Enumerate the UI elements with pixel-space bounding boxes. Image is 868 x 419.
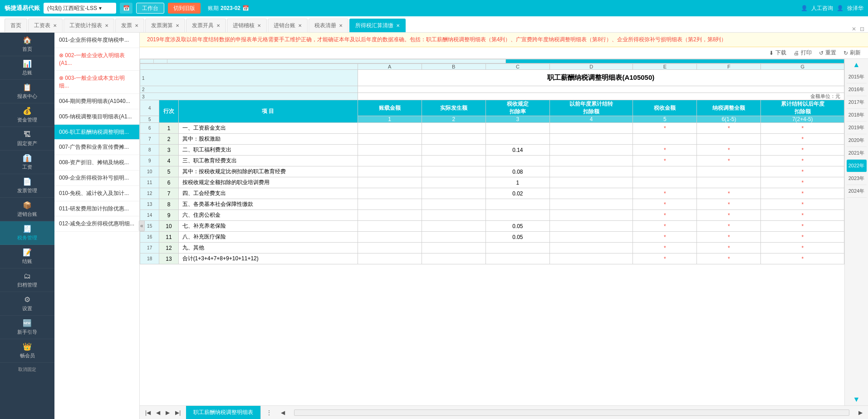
tab-tax[interactable]: 税表清册 ✕ (309, 19, 348, 32)
table-c7[interactable]: * (761, 210, 844, 221)
table-c4[interactable] (549, 253, 633, 264)
tab-expand-icon[interactable]: ⊡ (860, 26, 864, 32)
sheet-menu-icon[interactable]: ⋮ (266, 409, 272, 416)
year-item[interactable]: 2022年 (847, 160, 867, 172)
left-panel-item-010[interactable]: 010-免税、减计收入及加计... (54, 186, 139, 201)
tab-payroll-report[interactable]: 工资统计报表 ✕ (64, 19, 114, 32)
tab-verify-close[interactable]: ✕ (257, 23, 261, 28)
left-panel-item-006[interactable]: 006-职工薪酬纳税调整明细... (54, 125, 139, 140)
table-c3[interactable]: 0.08 (485, 166, 549, 177)
table-c3[interactable] (485, 199, 549, 210)
nav-last-btn[interactable]: ▶| (173, 409, 182, 417)
sidebar-item-funds[interactable]: 💰 资金管理 (0, 103, 54, 127)
table-c7[interactable]: * (761, 123, 844, 134)
unpin-button[interactable]: 取消固定 (0, 363, 54, 376)
table-c5[interactable]: * (633, 156, 697, 166)
table-c4[interactable] (549, 145, 633, 156)
left-panel-item-004[interactable]: 004-期间费用明细表(A1040... (54, 94, 139, 109)
sidebar-item-invoice-mgmt[interactable]: 📄 发票管理 (0, 174, 54, 198)
table-c2[interactable] (422, 177, 485, 188)
table-c6[interactable]: * (697, 123, 761, 134)
table-c2[interactable] (422, 243, 485, 253)
table-c7[interactable]: * (761, 177, 844, 188)
sidebar-item-general-ledger[interactable]: 📊 总账 (0, 56, 54, 80)
table-c6[interactable]: * (697, 210, 761, 221)
table-c1[interactable] (358, 199, 422, 210)
table-c1[interactable] (358, 156, 422, 166)
table-c7[interactable]: * (761, 199, 844, 210)
back-to-old-button[interactable]: 切到旧版 (168, 3, 201, 14)
left-panel-item-002[interactable]: ⊗ 002-一般企业收入明细表(A1... (54, 48, 139, 71)
table-c2[interactable] (422, 134, 485, 145)
tab-close-all-icon[interactable]: ✕ (852, 26, 856, 32)
table-c5[interactable]: * (633, 243, 697, 253)
left-panel-item-005[interactable]: 005-纳税调整项目明细表(A1... (54, 109, 139, 125)
table-c2[interactable] (422, 156, 485, 166)
table-c1[interactable] (358, 123, 422, 134)
table-c7[interactable]: * (761, 221, 844, 232)
year-scroll-down[interactable]: ▼ (847, 394, 867, 405)
table-c3[interactable]: 0.14 (485, 145, 549, 156)
table-c1[interactable] (358, 166, 422, 177)
nav-prev-btn[interactable]: ◀ (154, 409, 162, 417)
table-c2[interactable] (422, 221, 485, 232)
sidebar-item-guide[interactable]: 🆕 新手引导 (0, 316, 54, 339)
year-item[interactable]: 2024年 (847, 185, 867, 198)
tab-tax-close[interactable]: ✕ (339, 23, 343, 28)
table-c4[interactable] (549, 199, 633, 210)
table-c2[interactable] (422, 199, 485, 210)
year-item[interactable]: 2015年 (847, 71, 867, 83)
print-button[interactable]: 🖨 打印 (794, 49, 812, 57)
year-scroll-up[interactable]: ▲ (847, 59, 867, 71)
table-c2[interactable] (422, 145, 485, 156)
table-c6[interactable]: * (697, 253, 761, 264)
calendar-icon-btn[interactable]: 📅 (120, 3, 132, 14)
nav-next-btn[interactable]: ▶ (164, 409, 172, 417)
tab-payroll-report-close[interactable]: ✕ (105, 23, 108, 28)
table-c5[interactable] (633, 134, 697, 145)
table-c2[interactable] (422, 253, 485, 264)
left-panel-item-001[interactable]: 001-企业所得税年度纳税申... (54, 33, 139, 48)
table-c2[interactable] (422, 188, 485, 199)
table-c1[interactable] (358, 177, 422, 188)
year-item[interactable]: 2023年 (847, 172, 867, 185)
table-c4[interactable] (549, 243, 633, 253)
table-c7[interactable]: * (761, 156, 844, 166)
table-c1[interactable] (358, 221, 422, 232)
table-c6[interactable]: * (697, 221, 761, 232)
table-c5[interactable]: * (633, 221, 697, 232)
table-c1[interactable] (358, 243, 422, 253)
table-c7[interactable]: * (761, 232, 844, 243)
sidebar-item-archive[interactable]: 🗂 归档管理 (0, 268, 54, 292)
left-panel-item-012[interactable]: 012-减免企业所得税优惠明细... (54, 216, 139, 232)
year-item[interactable]: 2016年 (847, 83, 867, 96)
table-c2[interactable] (422, 232, 485, 243)
tab-ledger-close[interactable]: ✕ (298, 23, 302, 28)
sidebar-item-tax-mgmt[interactable]: 🧾 税务管理 (0, 221, 54, 245)
table-c3[interactable] (485, 156, 549, 166)
table-c5[interactable]: * (633, 253, 697, 264)
table-c2[interactable] (422, 166, 485, 177)
table-c5[interactable]: * (633, 123, 697, 134)
tab-verify[interactable]: 进销稽核 ✕ (227, 19, 267, 32)
table-c4[interactable] (549, 177, 633, 188)
tab-invoice[interactable]: 发票 ✕ (115, 19, 144, 32)
left-panel-item-007[interactable]: 007-广告费和业务宣传费摊... (54, 140, 139, 155)
year-item[interactable]: 2021年 (847, 147, 867, 160)
table-c1[interactable] (358, 210, 422, 221)
tab-invoice-calc[interactable]: 发票测算 ✕ (145, 19, 185, 32)
tab-invoice-close[interactable]: ✕ (135, 23, 138, 28)
table-c6[interactable] (697, 177, 761, 188)
table-c4[interactable] (549, 134, 633, 145)
table-c1[interactable] (358, 188, 422, 199)
nav-first-btn[interactable]: |◀ (143, 409, 152, 417)
table-c6[interactable]: * (697, 199, 761, 210)
table-c3[interactable]: 0.05 (485, 221, 549, 232)
table-c3[interactable]: 0.02 (485, 188, 549, 199)
calendar-icon[interactable]: 📅 (242, 5, 249, 11)
table-c4[interactable] (549, 188, 633, 199)
workspace-button[interactable]: 工作台 (136, 3, 164, 14)
tab-ledger[interactable]: 进销台账 ✕ (268, 19, 308, 32)
scroll-right-btn[interactable]: ▶ (857, 409, 864, 417)
tab-payroll-close[interactable]: ✕ (53, 23, 57, 28)
